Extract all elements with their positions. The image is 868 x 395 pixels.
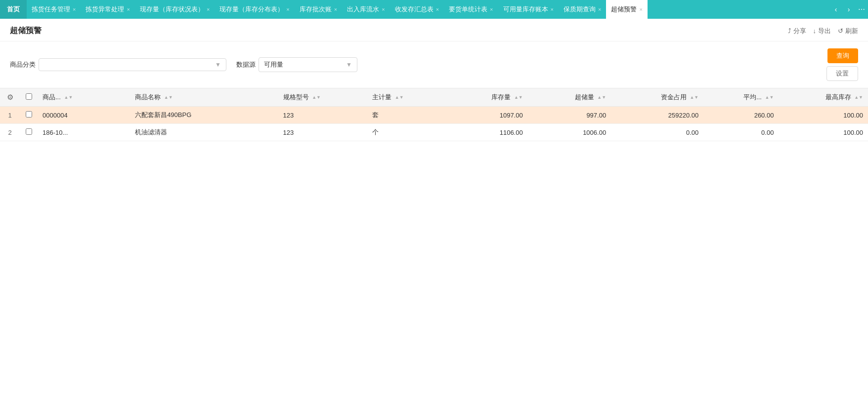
nav-scroll-left-btn[interactable]: ‹ bbox=[829, 0, 842, 19]
data-table: ⚙ 商品... ▲▼ 商品名称 ▲▼ 规格型号 ▲▼ bbox=[0, 88, 868, 141]
nav-tab-6-label: 收发存汇总表 bbox=[395, 5, 434, 14]
col-capital-sort[interactable]: ▲▼ bbox=[690, 95, 698, 100]
nav-tab-7-label: 要货单统计表 bbox=[449, 5, 487, 14]
nav-tab-7[interactable]: 要货单统计表 × bbox=[444, 0, 498, 19]
page-content: 超储预警 ⤴ 分享 ↓ 导出 ↺ 刷新 商品分类 ▼ 数据源 bbox=[0, 19, 868, 395]
row-index: 2 bbox=[0, 124, 20, 141]
col-unit-label: 主计量 bbox=[372, 93, 391, 101]
row-overflow: 997.00 bbox=[528, 107, 611, 124]
table-body: 1 0000004 六配套新昌490BPG 123 套 1097.00 997.… bbox=[0, 107, 868, 141]
col-header-checkbox[interactable] bbox=[20, 88, 38, 107]
col-header-overflow[interactable]: 超储量 ▲▼ bbox=[528, 88, 611, 107]
gear-icon[interactable]: ⚙ bbox=[7, 93, 13, 101]
col-overflow-sort[interactable]: ▲▼ bbox=[597, 95, 606, 100]
share-button[interactable]: ⤴ 分享 bbox=[788, 27, 806, 36]
nav-tab-3[interactable]: 现存量（库存分布表） × bbox=[215, 0, 294, 19]
nav-tab-6[interactable]: 收发存汇总表 × bbox=[390, 0, 444, 19]
row-avg: 0.00 bbox=[703, 124, 779, 141]
row-name: 六配套新昌490BPG bbox=[130, 107, 278, 124]
col-name-label: 商品名称 bbox=[135, 93, 161, 101]
nav-tab-10-label: 超储预警 bbox=[611, 5, 637, 14]
row-sku: 0000004 bbox=[38, 107, 130, 124]
nav-tab-10-close[interactable]: × bbox=[639, 6, 642, 12]
col-header-stock[interactable]: 库存量 ▲▼ bbox=[444, 88, 527, 107]
nav-tab-9[interactable]: 保质期查询 × bbox=[559, 0, 606, 19]
export-label: 导出 bbox=[818, 27, 831, 36]
row-capital: 0.00 bbox=[611, 124, 703, 141]
col-maxstock-label: 最高库存 bbox=[825, 93, 851, 101]
col-spec-sort[interactable]: ▲▼ bbox=[312, 95, 321, 100]
share-icon: ⤴ bbox=[788, 27, 791, 35]
nav-scroll-more-btn[interactable]: ⋯ bbox=[855, 0, 868, 19]
datasource-select-arrow: ▼ bbox=[346, 61, 352, 68]
nav-tab-7-close[interactable]: × bbox=[490, 6, 493, 12]
row-overflow: 1006.00 bbox=[528, 124, 611, 141]
col-sku-sort[interactable]: ▲▼ bbox=[64, 95, 73, 100]
col-avg-sort[interactable]: ▲▼ bbox=[765, 95, 774, 100]
filter-datasource-group: 数据源 可用量 ▼ bbox=[236, 57, 357, 72]
nav-tab-2[interactable]: 现存量（库存状况表） × bbox=[135, 0, 215, 19]
nav-tab-9-close[interactable]: × bbox=[598, 6, 601, 12]
row-unit: 个 bbox=[367, 124, 444, 141]
refresh-icon: ↺ bbox=[838, 27, 843, 35]
row-name: 机油滤清器 bbox=[130, 124, 278, 141]
col-name-sort[interactable]: ▲▼ bbox=[164, 95, 173, 100]
col-header-avg[interactable]: 平均... ▲▼ bbox=[703, 88, 779, 107]
category-label: 商品分类 bbox=[10, 60, 36, 69]
nav-tab-4-label: 库存批次账 bbox=[300, 5, 332, 14]
nav-tab-10[interactable]: 超储预警 × bbox=[606, 0, 647, 19]
nav-home[interactable]: 首页 bbox=[0, 0, 27, 19]
query-button[interactable]: 查询 bbox=[827, 48, 858, 63]
nav-tab-5[interactable]: 出入库流水 × bbox=[342, 0, 390, 19]
row-stock: 1097.00 bbox=[444, 107, 527, 124]
table-row: 2 186-10... 机油滤清器 123 个 1106.00 1006.00 … bbox=[0, 124, 868, 141]
nav-tab-0[interactable]: 拣货任务管理 × bbox=[27, 0, 81, 19]
row-avg: 260.00 bbox=[703, 107, 779, 124]
row-checkbox-cell[interactable] bbox=[20, 107, 38, 124]
nav-tab-0-close[interactable]: × bbox=[73, 6, 76, 12]
datasource-select[interactable]: 可用量 ▼ bbox=[259, 57, 357, 72]
nav-tab-5-close[interactable]: × bbox=[382, 6, 385, 12]
row-checkbox[interactable] bbox=[26, 128, 32, 135]
nav-tab-1[interactable]: 拣货异常处理 × bbox=[81, 0, 134, 19]
page-title-bar: 超储预警 ⤴ 分享 ↓ 导出 ↺ 刷新 bbox=[0, 19, 868, 41]
col-maxstock-sort[interactable]: ▲▼ bbox=[854, 95, 863, 100]
nav-tab-1-label: 拣货异常处理 bbox=[86, 5, 124, 14]
col-header-name[interactable]: 商品名称 ▲▼ bbox=[130, 88, 278, 107]
nav-scroll-right-btn[interactable]: › bbox=[842, 0, 855, 19]
category-select[interactable]: ▼ bbox=[39, 58, 226, 71]
nav-tab-3-close[interactable]: × bbox=[286, 6, 289, 12]
settings-button[interactable]: 设置 bbox=[826, 66, 858, 81]
filter-category-group: 商品分类 ▼ bbox=[10, 58, 226, 71]
export-button[interactable]: ↓ 导出 bbox=[813, 27, 831, 36]
col-header-sku[interactable]: 商品... ▲▼ bbox=[38, 88, 130, 107]
share-label: 分享 bbox=[793, 27, 806, 36]
select-all-checkbox[interactable] bbox=[26, 93, 32, 100]
col-header-maxstock[interactable]: 最高库存 ▲▼ bbox=[779, 88, 868, 107]
export-icon: ↓ bbox=[813, 27, 817, 35]
col-stock-sort[interactable]: ▲▼ bbox=[514, 95, 523, 100]
nav-tab-6-close[interactable]: × bbox=[436, 6, 439, 12]
table-header-row: ⚙ 商品... ▲▼ 商品名称 ▲▼ 规格型号 ▲▼ bbox=[0, 88, 868, 107]
col-header-unit[interactable]: 主计量 ▲▼ bbox=[367, 88, 444, 107]
nav-tab-8-close[interactable]: × bbox=[551, 6, 554, 12]
row-sku: 186-10... bbox=[38, 124, 130, 141]
refresh-button[interactable]: ↺ 刷新 bbox=[838, 27, 858, 36]
datasource-select-value: 可用量 bbox=[264, 60, 283, 69]
nav-tab-8[interactable]: 可用量库存账本 × bbox=[498, 0, 559, 19]
row-unit: 套 bbox=[367, 107, 444, 124]
col-header-spec[interactable]: 规格型号 ▲▼ bbox=[278, 88, 368, 107]
nav-tab-4-close[interactable]: × bbox=[334, 6, 337, 12]
nav-tab-3-label: 现存量（库存分布表） bbox=[219, 5, 284, 14]
col-header-capital[interactable]: 资金占用 ▲▼ bbox=[611, 88, 703, 107]
col-overflow-label: 超储量 bbox=[575, 93, 594, 101]
nav-tab-2-close[interactable]: × bbox=[207, 6, 210, 12]
nav-tab-4[interactable]: 库存批次账 × bbox=[295, 0, 342, 19]
table-wrapper: ⚙ 商品... ▲▼ 商品名称 ▲▼ 规格型号 ▲▼ bbox=[0, 88, 868, 141]
col-unit-sort[interactable]: ▲▼ bbox=[395, 95, 404, 100]
row-checkbox[interactable] bbox=[26, 111, 32, 118]
row-checkbox-cell[interactable] bbox=[20, 124, 38, 141]
top-nav: 首页 拣货任务管理 × 拣货异常处理 × 现存量（库存状况表） × 现存量（库存… bbox=[0, 0, 868, 19]
nav-tab-1-close[interactable]: × bbox=[127, 6, 130, 12]
row-maxstock: 100.00 bbox=[779, 107, 868, 124]
